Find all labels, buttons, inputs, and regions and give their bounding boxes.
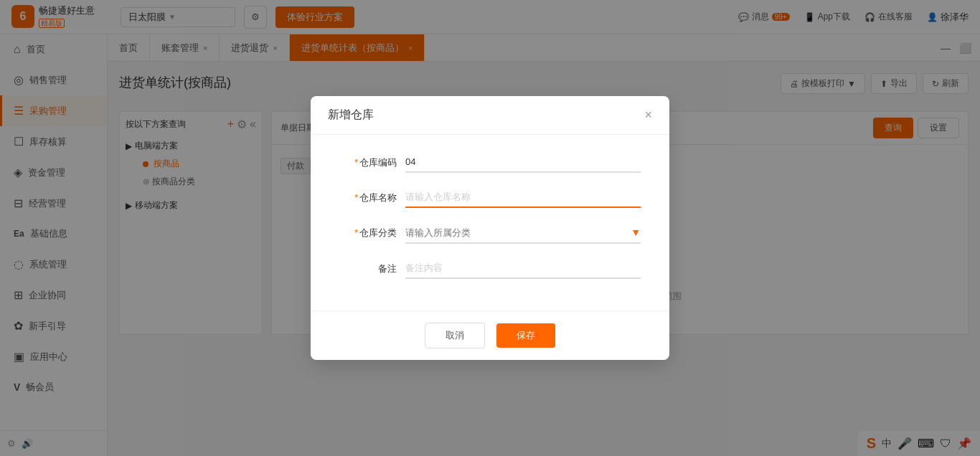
category-label: 仓库分类	[339, 227, 397, 239]
remark-input[interactable]	[405, 258, 641, 279]
name-input[interactable]	[405, 187, 641, 208]
form-row-name: 仓库名称	[339, 187, 641, 208]
dialog-close-button[interactable]: ×	[644, 108, 652, 123]
category-select[interactable]: ▼	[405, 222, 641, 244]
form-row-category: 仓库分类 ▼	[339, 222, 641, 244]
category-input[interactable]	[405, 227, 631, 238]
dialog-header: 新增仓库 ×	[311, 96, 669, 135]
new-warehouse-dialog: 新增仓库 × 仓库编码 仓库名称 仓库分类 ▼	[311, 96, 669, 360]
chevron-down-icon: ▼	[631, 227, 641, 238]
code-input[interactable]	[405, 152, 641, 173]
form-row-code: 仓库编码	[339, 152, 641, 173]
cancel-button[interactable]: 取消	[425, 323, 485, 348]
remark-label: 备注	[339, 262, 397, 275]
dialog-body: 仓库编码 仓库名称 仓库分类 ▼ 备注	[311, 135, 669, 310]
modal-overlay: 新增仓库 × 仓库编码 仓库名称 仓库分类 ▼	[0, 0, 980, 456]
code-label: 仓库编码	[339, 156, 397, 169]
name-label: 仓库名称	[339, 191, 397, 204]
dialog-title: 新增仓库	[328, 108, 374, 123]
form-row-remark: 备注	[339, 258, 641, 279]
save-button[interactable]: 保存	[496, 323, 555, 348]
dialog-footer: 取消 保存	[311, 310, 669, 360]
